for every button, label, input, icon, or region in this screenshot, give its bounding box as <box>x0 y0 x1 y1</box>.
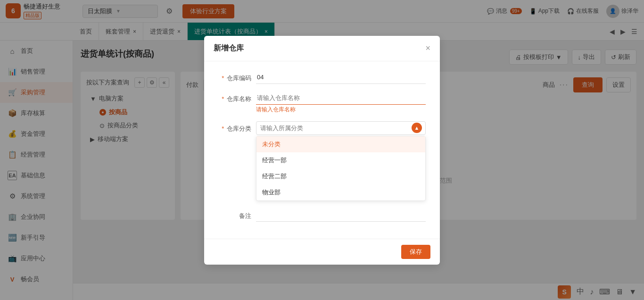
name-form-row: * 仓库名称 请输入仓库名称 <box>218 92 426 114</box>
category-label: * 仓库分类 <box>218 121 256 133</box>
name-field: 请输入仓库名称 <box>256 92 426 114</box>
category-select-container: ▲ <box>256 121 426 135</box>
code-field <box>256 71 426 84</box>
category-form-row: * 仓库分类 ▲ 未分类 经营一部 经营二部 物业部 <box>218 121 426 201</box>
modal-body: * 仓库编码 * 仓库名称 请输入仓库名称 <box>204 61 440 239</box>
code-label: * 仓库编码 <box>218 71 256 83</box>
remark-input[interactable] <box>256 208 426 222</box>
code-form-row: * 仓库编码 <box>218 71 426 84</box>
dropdown-item-dept1[interactable]: 经营一部 <box>256 152 425 168</box>
remark-label: 备注 <box>218 208 256 220</box>
category-dropdown: 未分类 经营一部 经营二部 物业部 <box>256 136 426 201</box>
name-error-msg: 请输入仓库名称 <box>256 106 426 114</box>
dropdown-item-dept2[interactable]: 经营二部 <box>256 168 425 184</box>
save-button[interactable]: 保存 <box>401 245 430 259</box>
category-input[interactable] <box>256 121 426 135</box>
dropdown-item-dept3[interactable]: 物业部 <box>256 184 425 200</box>
modal-close-button[interactable]: × <box>425 43 430 53</box>
category-field: ▲ 未分类 经营一部 经营二部 物业部 <box>256 121 426 201</box>
modal-footer: 保存 <box>204 239 440 265</box>
remark-form-row: 备注 <box>218 208 426 222</box>
name-label: * 仓库名称 <box>218 92 256 103</box>
add-warehouse-modal: 新增仓库 × * 仓库编码 * 仓库名称 <box>204 36 440 265</box>
dropdown-item-uncategorized[interactable]: 未分类 <box>256 136 425 152</box>
modal-title: 新增仓库 <box>214 43 244 53</box>
category-arrow-icon[interactable]: ▲ <box>412 123 422 133</box>
code-input[interactable] <box>256 71 426 84</box>
modal-header: 新增仓库 × <box>204 36 440 61</box>
modal-overlay: 新增仓库 × * 仓库编码 * 仓库名称 <box>0 0 644 300</box>
name-input[interactable] <box>256 92 426 105</box>
remark-field <box>256 208 426 222</box>
